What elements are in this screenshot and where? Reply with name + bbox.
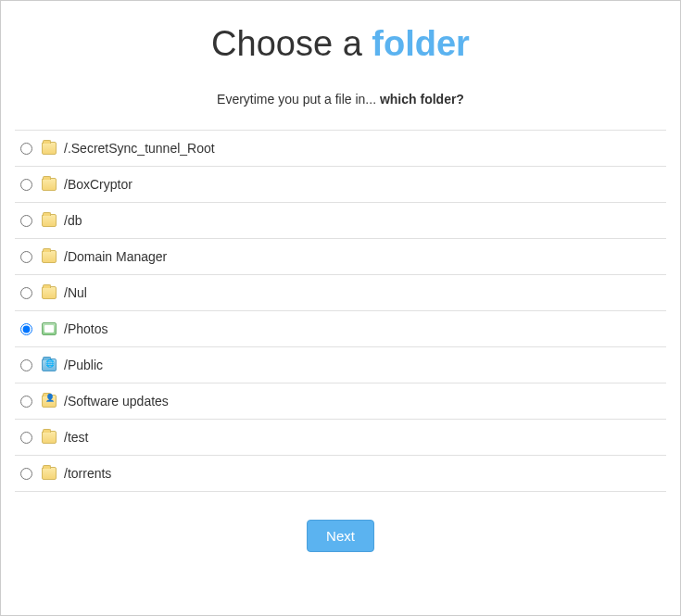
- folder-row[interactable]: /Photos: [15, 311, 666, 347]
- folder-label: /Software updates: [64, 394, 661, 409]
- folder-icon: [42, 286, 57, 299]
- folder-icon: [42, 250, 57, 263]
- folder-label: /Nul: [64, 285, 661, 300]
- folder-icon: [42, 322, 57, 335]
- folder-label: /Public: [64, 358, 661, 372]
- folder-radio[interactable]: [20, 215, 32, 227]
- folder-icon: [42, 467, 57, 480]
- folder-radio[interactable]: [20, 323, 32, 335]
- main-container: Choose a folder Everytime you put a file…: [0, 0, 681, 616]
- title-accent: folder: [372, 24, 470, 63]
- folder-row[interactable]: /.SecretSync_tunnel_Root: [15, 131, 666, 167]
- folder-radio[interactable]: [20, 359, 32, 371]
- folder-row[interactable]: /Domain Manager: [15, 239, 666, 275]
- folder-icon: [42, 178, 57, 191]
- folder-label: /Domain Manager: [64, 249, 661, 264]
- folder-row[interactable]: /Software updates: [15, 383, 666, 420]
- button-row: Next: [15, 520, 666, 552]
- folder-icon: [42, 214, 57, 227]
- folder-radio[interactable]: [20, 432, 32, 444]
- folder-radio[interactable]: [20, 468, 32, 480]
- folder-row[interactable]: /BoxCryptor: [15, 167, 666, 203]
- subtitle: Everytime you put a file in... which fol…: [15, 92, 666, 107]
- folder-icon: [42, 395, 57, 408]
- folder-row[interactable]: /Public: [15, 347, 666, 383]
- next-button[interactable]: Next: [307, 520, 374, 552]
- folder-list: /.SecretSync_tunnel_Root/BoxCryptor/db/D…: [15, 130, 666, 492]
- subtitle-pre: Everytime you put a file in...: [217, 92, 380, 107]
- folder-radio[interactable]: [20, 143, 32, 155]
- page-title: Choose a folder: [15, 24, 666, 64]
- folder-icon: [42, 431, 57, 444]
- folder-icon: [42, 358, 57, 371]
- folder-radio[interactable]: [20, 251, 32, 263]
- folder-row[interactable]: /db: [15, 203, 666, 239]
- folder-radio[interactable]: [20, 179, 32, 191]
- subtitle-bold: which folder?: [380, 92, 464, 107]
- folder-row[interactable]: /test: [15, 420, 666, 456]
- folder-radio[interactable]: [20, 287, 32, 299]
- folder-icon: [42, 142, 57, 155]
- folder-label: /Photos: [64, 321, 661, 336]
- folder-label: /.SecretSync_tunnel_Root: [64, 141, 661, 156]
- folder-row[interactable]: /torrents: [15, 456, 666, 492]
- title-pre: Choose a: [211, 24, 372, 63]
- folder-label: /test: [64, 430, 661, 445]
- folder-row[interactable]: /Nul: [15, 275, 666, 311]
- folder-radio[interactable]: [20, 396, 32, 408]
- folder-label: /db: [64, 213, 661, 228]
- folder-label: /torrents: [64, 466, 661, 481]
- folder-label: /BoxCryptor: [64, 177, 661, 192]
